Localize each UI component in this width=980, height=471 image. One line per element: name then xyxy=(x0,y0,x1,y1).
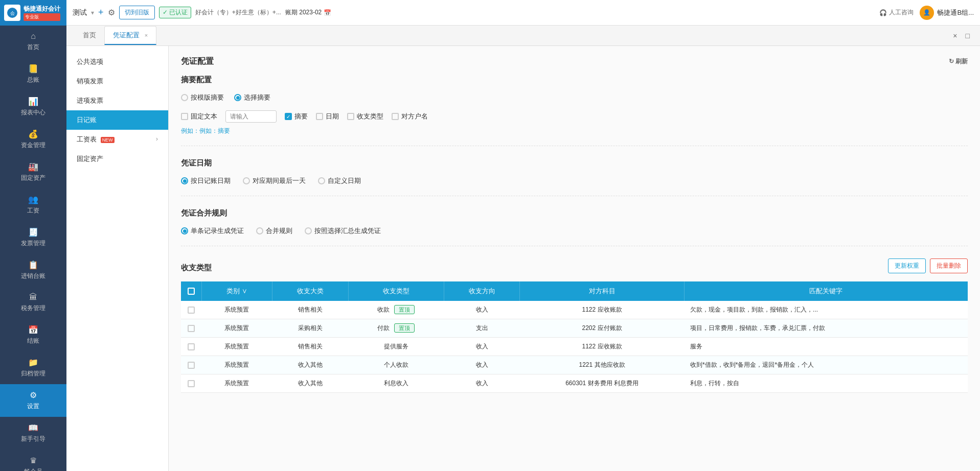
tab-maximize-btn[interactable]: □ xyxy=(964,31,972,41)
add-button[interactable]: + xyxy=(98,7,104,18)
menu-item-sales-invoice[interactable]: 销项发票 xyxy=(66,72,168,91)
th-keywords: 匹配关键字 xyxy=(684,281,968,301)
company-dropdown-icon[interactable]: ▾ xyxy=(91,9,94,16)
tab-voucher-config[interactable]: 凭证配置 × xyxy=(104,26,156,45)
income-expense-table: 类别 ∨ 收支大类 收支类型 收支方向 xyxy=(181,281,968,393)
assets-icon: 🏭 xyxy=(28,162,38,172)
batch-delete-btn[interactable]: 批量删除 xyxy=(930,258,968,273)
sidebar-item-invoice[interactable]: 🧾 发票管理 xyxy=(0,221,66,254)
row-checkbox-cell[interactable] xyxy=(181,356,201,374)
sidebar-label-invoice: 发票管理 xyxy=(21,239,45,248)
merge-title: 凭证合并规则 xyxy=(181,208,968,218)
checkbox-fixed-text[interactable]: 固定文本 xyxy=(181,112,217,121)
sidebar-item-funds[interactable]: 💰 资金管理 xyxy=(0,123,66,156)
row-checkbox-0[interactable] xyxy=(188,307,195,314)
checkbox-counterpart[interactable]: 对方户名 xyxy=(392,112,428,121)
radio-merge-rule[interactable]: 合并规则 xyxy=(256,226,292,236)
row-checkbox-cell[interactable] xyxy=(181,301,201,319)
single-record-label: 单条记录生成凭证 xyxy=(191,226,244,236)
menu-item-public[interactable]: 公共选项 xyxy=(66,52,168,72)
sidebar-item-assets[interactable]: 🏭 固定资产 xyxy=(0,156,66,189)
sidebar-label-purchase: 进销台账 xyxy=(21,272,45,280)
fixed-text-input[interactable] xyxy=(225,110,277,123)
menu-label-journal: 日记账 xyxy=(77,116,97,124)
sidebar-item-reports[interactable]: 📊 报表中心 xyxy=(0,90,66,123)
sidebar-item-close[interactable]: 📅 结账 xyxy=(0,319,66,351)
content-area: 首页 凭证配置 × × □ 公共选项 销项发票 进项发票 日记账 xyxy=(66,26,980,471)
row-keywords: 收到*借款，收到*备用金，退回*备用金，个人 xyxy=(684,356,968,374)
checkbox-pay-type[interactable]: 收支类型 xyxy=(347,112,383,121)
journal-date-label: 按日记账日期 xyxy=(191,176,231,185)
topbar-right: 🎧 人工咨询 👤 畅捷通B组... xyxy=(879,6,974,20)
sidebar-item-tax[interactable]: 🏛 税务管理 xyxy=(0,287,66,319)
th-type: 收支类型 xyxy=(348,281,444,301)
sidebar-item-settings[interactable]: ⚙ 设置 xyxy=(0,384,66,417)
tax-icon: 🏛 xyxy=(29,293,37,302)
radio-period-last-day[interactable]: 对应期间最后一天 xyxy=(243,176,306,185)
row-checkbox-2[interactable] xyxy=(188,343,195,350)
row-checkbox-4[interactable] xyxy=(188,380,195,387)
calendar-icon[interactable]: 📅 xyxy=(324,9,331,16)
update-weight-btn[interactable]: 更新权重 xyxy=(888,258,926,273)
radio-custom-date[interactable]: 自定义日期 xyxy=(318,176,361,185)
username: 畅捷通B组... xyxy=(937,8,974,17)
radio-journal-date[interactable]: 按日记账日期 xyxy=(181,176,231,185)
ledger-icon: 📒 xyxy=(28,64,38,74)
radio-circle-template xyxy=(181,94,188,101)
row-checkbox-cell[interactable] xyxy=(181,374,201,393)
switch-version-btn[interactable]: 切到旧版 xyxy=(119,6,155,19)
refresh-btn[interactable]: ↻ 刷新 xyxy=(949,57,968,66)
menu-item-payroll[interactable]: 工资表 NEW › xyxy=(66,130,168,149)
radio-circle-aggregate xyxy=(305,227,312,234)
tab-home[interactable]: 首页 xyxy=(75,27,104,45)
tab-minimize-btn[interactable]: × xyxy=(951,31,959,41)
summary-section: 摘要配置 按模版摘要 选择摘要 xyxy=(181,75,968,146)
checkbox-summary[interactable]: ✓ 摘要 xyxy=(285,112,308,121)
menu-item-purchase-invoice[interactable]: 进项发票 xyxy=(66,91,168,110)
row-subject: 1122 应收账款 xyxy=(520,338,684,356)
user-area[interactable]: 👤 畅捷通B组... xyxy=(920,6,974,20)
checkbox-date[interactable]: 日期 xyxy=(316,112,339,121)
radio-select-summary[interactable]: 选择摘要 xyxy=(234,93,270,102)
sidebar-item-home[interactable]: ⌂ 首页 xyxy=(0,26,66,58)
row-checkbox-cell[interactable] xyxy=(181,319,201,338)
row-checkbox-1[interactable] xyxy=(188,325,195,332)
row-category: 系统预置 xyxy=(201,338,272,356)
row-subject: 2202 应付账款 xyxy=(520,319,684,338)
sidebar-item-purchase[interactable]: 📋 进销台账 xyxy=(0,254,66,287)
row-big-type: 销售相关 xyxy=(272,301,348,319)
gear-button[interactable]: ⚙ xyxy=(108,8,115,17)
table-header-row: 类别 ∨ 收支大类 收支类型 收支方向 xyxy=(181,281,968,301)
sidebar-item-member[interactable]: ♛ 畅会员 xyxy=(0,450,66,471)
checkbox-box-counterpart xyxy=(392,113,399,120)
radio-aggregate[interactable]: 按照选择汇总生成凭证 xyxy=(305,226,381,236)
sidebar-item-archive[interactable]: 📁 归档管理 xyxy=(0,351,66,384)
sidebar-item-guide[interactable]: 📖 新手引导 xyxy=(0,417,66,450)
help-btn[interactable]: 🎧 人工咨询 xyxy=(879,8,914,17)
menu-item-journal[interactable]: 日记账 xyxy=(66,110,168,130)
radio-circle-single xyxy=(181,227,188,234)
new-badge: NEW xyxy=(101,137,115,143)
sidebar-item-salary[interactable]: 👥 工资 xyxy=(0,189,66,221)
row-checkbox-3[interactable] xyxy=(188,362,195,369)
sidebar-label-tax: 税务管理 xyxy=(21,304,45,313)
radio-circle-custom xyxy=(318,177,325,184)
radio-single-record[interactable]: 单条记录生成凭证 xyxy=(181,226,244,236)
radio-circle-select xyxy=(234,94,241,101)
guide-icon: 📖 xyxy=(28,423,38,433)
topbar-info: 好会计（专）+好生意（标）+... xyxy=(195,8,281,17)
row-big-type: 销售相关 xyxy=(272,338,348,356)
top-tag[interactable]: 置顶 xyxy=(394,305,415,314)
row-checkbox-cell[interactable] xyxy=(181,338,201,356)
row-keywords: 服务 xyxy=(684,338,968,356)
select-all-checkbox[interactable] xyxy=(188,288,195,295)
sidebar-item-ledger[interactable]: 📒 总账 xyxy=(0,58,66,90)
top-tag[interactable]: 置顶 xyxy=(394,323,415,333)
sidebar-label-member: 畅会员 xyxy=(24,467,42,471)
radio-template-summary[interactable]: 按模版摘要 xyxy=(181,93,224,102)
payroll-arrow-icon: › xyxy=(156,135,158,143)
help-label: 人工咨询 xyxy=(889,8,914,17)
radio-circle-journal xyxy=(181,177,188,184)
tab-close-icon[interactable]: × xyxy=(145,32,148,38)
menu-item-fixed-assets[interactable]: 固定资产 xyxy=(66,149,168,169)
